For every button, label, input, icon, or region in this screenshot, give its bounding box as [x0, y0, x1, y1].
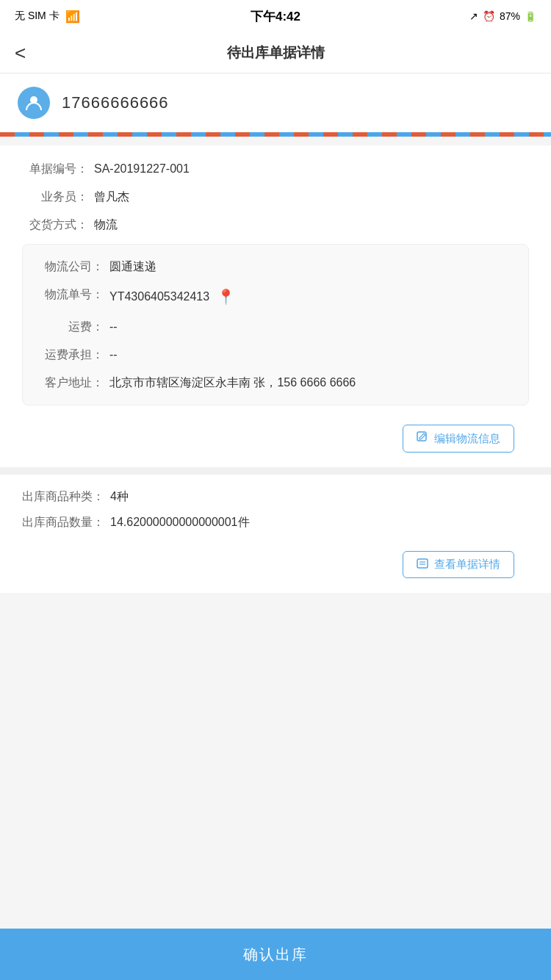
document-number-label: 单据编号：	[22, 160, 88, 178]
freight-bear-row: 运费承担： --	[37, 346, 514, 364]
freight-label: 运费：	[37, 318, 104, 336]
tracking-number: YT4306405342413	[109, 288, 209, 306]
edit-icon	[417, 431, 428, 446]
salesperson-label: 业务员：	[22, 188, 88, 206]
goods-quantity-row: 出库商品数量： 14.62000000000000001件	[22, 515, 529, 530]
view-btn-container: 查看单据详情	[22, 541, 529, 578]
section-separator	[0, 467, 551, 475]
wifi-icon: 📶	[65, 10, 80, 24]
address-value: 北京市市辖区海淀区永丰南 张，156 6666 6666	[109, 374, 514, 392]
salesperson-value: 曾凡杰	[94, 188, 529, 206]
view-detail-label: 查看单据详情	[434, 558, 500, 572]
status-time: 下午4:42	[251, 8, 300, 25]
logistics-tracking-value: YT4306405342413 📍	[109, 286, 514, 308]
location-pin-icon[interactable]: 📍	[217, 286, 235, 308]
edit-logistics-button[interactable]: 编辑物流信息	[403, 425, 514, 453]
logistics-company-label: 物流公司：	[37, 258, 104, 275]
svg-rect-2	[417, 559, 428, 568]
logistics-card: 物流公司： 圆通速递 物流单号： YT4306405342413 📍 运费： -…	[22, 244, 529, 406]
document-info-section: 单据编号： SA-20191227-001 业务员： 曾凡杰 交货方式： 物流 …	[0, 145, 551, 467]
freight-value: --	[109, 318, 514, 336]
logistics-company-value: 圆通速递	[109, 258, 514, 275]
status-left: 无 SIM 卡 📶	[15, 10, 80, 24]
view-detail-button[interactable]: 查看单据详情	[403, 551, 514, 578]
avatar	[18, 87, 50, 119]
edit-logistics-label: 编辑物流信息	[434, 432, 500, 446]
battery-label: 87%	[500, 10, 520, 22]
edit-btn-container: 编辑物流信息	[22, 414, 529, 453]
battery-icon: 🔋	[525, 11, 536, 22]
goods-types-row: 出库商品种类： 4种	[22, 489, 529, 505]
carrier-label: 无 SIM 卡	[15, 10, 60, 23]
goods-types-label: 出库商品种类：	[22, 489, 104, 505]
salesperson-row: 业务员： 曾凡杰	[22, 188, 529, 206]
person-icon	[24, 93, 44, 113]
goods-types-value: 4种	[110, 489, 129, 505]
empty-space	[0, 593, 551, 740]
delivery-value: 物流	[94, 216, 529, 234]
nav-bar: < 待出库单据详情	[0, 32, 551, 73]
customer-header: 17666666666	[0, 73, 551, 132]
goods-quantity-value: 14.62000000000000001件	[110, 515, 250, 530]
alarm-status-icon: ⏰	[483, 10, 495, 22]
location-status-icon: ↗	[469, 10, 478, 22]
freight-row: 运费： --	[37, 318, 514, 336]
customer-phone: 17666666666	[62, 93, 169, 112]
logistics-tracking-label: 物流单号：	[37, 286, 104, 303]
goods-quantity-label: 出库商品数量：	[22, 515, 104, 530]
svg-rect-1	[417, 432, 426, 441]
status-right: ↗ ⏰ 87% 🔋	[469, 10, 536, 22]
freight-bear-value: --	[109, 346, 514, 364]
logistics-tracking-row: 物流单号： YT4306405342413 📍	[37, 286, 514, 308]
view-detail-icon	[417, 558, 428, 572]
confirm-btn-label: 确认出库	[243, 945, 308, 965]
goods-section: 出库商品种类： 4种 出库商品数量： 14.62000000000000001件…	[0, 475, 551, 593]
confirm-btn-bar[interactable]: 确认出库	[0, 929, 551, 980]
document-number-value: SA-20191227-001	[94, 160, 529, 178]
address-row: 客户地址： 北京市市辖区海淀区永丰南 张，156 6666 6666	[37, 374, 514, 392]
delivery-label: 交货方式：	[22, 216, 88, 234]
freight-bear-label: 运费承担：	[37, 346, 104, 364]
page-title: 待出库单据详情	[227, 43, 325, 62]
logistics-company-row: 物流公司： 圆通速递	[37, 258, 514, 275]
address-label: 客户地址：	[37, 374, 104, 392]
document-number-row: 单据编号： SA-20191227-001	[22, 160, 529, 178]
dashed-divider	[0, 132, 551, 137]
page-content: 17666666666 单据编号： SA-20191227-001 业务员： 曾…	[0, 73, 551, 980]
status-bar: 无 SIM 卡 📶 下午4:42 ↗ ⏰ 87% 🔋	[0, 0, 551, 32]
back-button[interactable]: <	[15, 37, 32, 68]
delivery-row: 交货方式： 物流	[22, 216, 529, 234]
